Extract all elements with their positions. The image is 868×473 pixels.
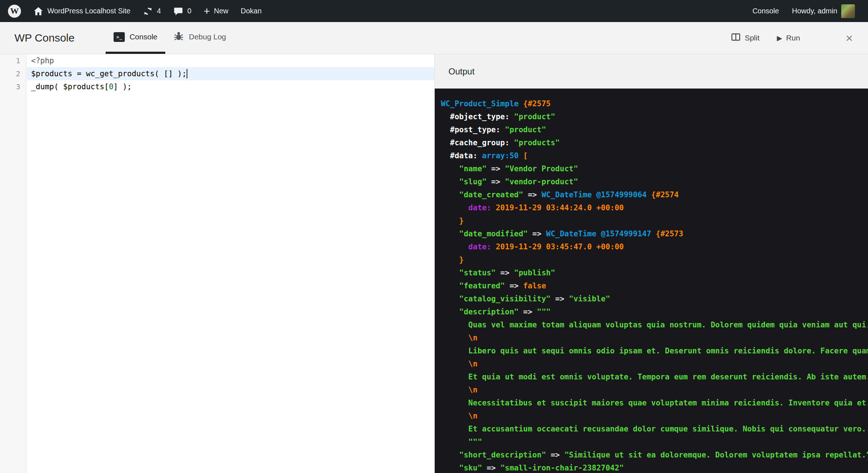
dump-token: Libero quis aut sequi omnis odio ipsam e… [441, 347, 868, 355]
updates-menu[interactable]: 4 [143, 6, 161, 16]
wordpress-logo-icon: W [8, 5, 21, 18]
dump-token: [ [519, 151, 528, 160]
code-line[interactable]: $products = wc_get_products( [] ); [27, 67, 434, 80]
updates-count: 4 [157, 7, 161, 15]
tab-console[interactable]: >_ Console [106, 22, 165, 54]
admin-bar: W WordPress Localhost Site 4 [0, 0, 868, 22]
dump-token: "catalog_visibility" [441, 294, 550, 303]
site-name-menu[interactable]: WordPress Localhost Site [33, 6, 131, 16]
dump-token: "publish" [514, 268, 555, 277]
output-line: "featured" => false [441, 279, 868, 292]
dump-token: "description" [441, 308, 519, 316]
code-token: $products = wc_get_products( [] ); [31, 69, 187, 78]
new-label: New [214, 7, 229, 15]
comments-menu[interactable]: 0 [173, 6, 191, 16]
comments-count: 0 [187, 7, 191, 15]
workspace: 123 <?php$products = wc_get_products( []… [0, 54, 868, 473]
dump-token: false [523, 281, 546, 290]
home-icon [33, 6, 43, 16]
dokan-label: Dokan [241, 7, 262, 15]
output-line: "date_created" => WC_DateTime @157499906… [441, 188, 868, 201]
dump-token: => [546, 451, 565, 459]
play-icon: ▶ [777, 34, 782, 42]
howdy-menu[interactable]: Howdy, admin [792, 4, 855, 18]
line-number: 1 [0, 54, 26, 67]
output-panel: Output WC_Product_Simple {#2575 #object_… [435, 54, 868, 473]
header-controls: Split ▶ Run × [731, 22, 868, 54]
new-content-menu[interactable]: + New [204, 7, 229, 15]
dump-token: "visible" [569, 294, 610, 303]
dump-token: date: [441, 242, 496, 251]
output-line: "date_modified" => WC_DateTime @15749991… [441, 227, 868, 240]
console-link-label: Console [752, 7, 779, 15]
dump-token: 2019-11-29 03:45:47.0 +00:00 [496, 242, 624, 251]
dump-token: => [528, 229, 546, 238]
output-line: #cache_group: "products" [441, 136, 868, 149]
close-button[interactable]: × [846, 32, 853, 44]
code-line[interactable]: <?php [27, 54, 434, 67]
update-icon [143, 6, 153, 16]
dump-token: 2019-11-29 03:44:24.0 +00:00 [496, 203, 624, 212]
output-line: #object_type: "product" [441, 110, 868, 123]
dump-token: \n [441, 360, 477, 368]
dump-token: "Similique ut sit ea doloremque. Dolorem… [564, 451, 868, 459]
output-line: Libero quis aut sequi omnis odio ipsam e… [441, 344, 868, 357]
output-header: Output [435, 54, 868, 89]
code-editor[interactable]: 123 <?php$products = wc_get_products( []… [0, 54, 435, 473]
dump-token: #cache_group: [441, 138, 514, 147]
dokan-menu[interactable]: Dokan [241, 7, 262, 15]
tab-debug-log[interactable]: Debug Log [165, 22, 234, 54]
output-line: Quas vel maxime totam aliquam voluptas q… [441, 318, 868, 331]
dump-token: #post_type: [441, 125, 505, 134]
dump-token: "product" [514, 112, 555, 121]
dump-token: "small-iron-chair-23827042" [500, 464, 624, 472]
code-token: <?php [31, 56, 54, 65]
dump-token: Necessitatibus et suscipit maiores quae … [441, 399, 868, 407]
dump-token: => [482, 464, 501, 472]
output-line: """ [441, 435, 868, 448]
output-line: "sku" => "small-iron-chair-23827042" [441, 461, 868, 473]
dump-token: \n [441, 412, 477, 420]
page-title: WP Console [0, 32, 75, 44]
wp-console-header: WP Console >_ Console Debug Log [0, 22, 868, 54]
dump-token: "product" [505, 125, 546, 134]
output-terminal[interactable]: WC_Product_Simple {#2575 #object_type: "… [435, 89, 868, 473]
output-line: "slug" => "vendor-product" [441, 175, 868, 188]
avatar [841, 4, 855, 18]
split-button[interactable]: Split [731, 32, 760, 44]
dump-token: "slug" [441, 177, 486, 186]
code-token: _dump( $products[ [31, 82, 109, 91]
output-line: Et quia ut modi est omnis voluptate. Tem… [441, 370, 868, 383]
tab-debug-log-label: Debug Log [189, 33, 226, 41]
tab-console-label: Console [129, 33, 157, 41]
dump-token: {#2574 [647, 190, 679, 199]
code-line[interactable]: _dump( $products[0] ); [27, 80, 434, 93]
dump-token: "featured" [441, 281, 505, 290]
wordpress-menu[interactable]: W [8, 5, 21, 18]
dump-token: """ [537, 308, 551, 316]
line-number: 3 [0, 80, 26, 93]
dump-token: "date_created" [441, 190, 523, 199]
dump-token: } [441, 255, 464, 264]
dump-token: => [550, 294, 569, 303]
output-line: \n [441, 357, 868, 370]
bug-icon [173, 31, 184, 43]
split-icon [731, 32, 741, 44]
admin-bar-console-link[interactable]: Console [752, 7, 779, 15]
dump-token: "status" [441, 268, 496, 277]
dump-token: => [519, 308, 537, 316]
dump-token: "name" [441, 164, 486, 173]
dump-token: "date_modified" [441, 229, 528, 238]
code-lines: <?php$products = wc_get_products( [] );_… [27, 54, 434, 93]
dump-token: Et accusantium occaecati recusandae dolo… [441, 425, 866, 433]
output-line: } [441, 214, 868, 227]
output-title: Output [448, 66, 475, 77]
run-button[interactable]: ▶ Run [777, 34, 800, 42]
dump-token: {#2575 [519, 99, 551, 108]
output-line: #post_type: "product" [441, 123, 868, 136]
dump-token: "Vendor Product" [505, 164, 578, 173]
output-line: WC_Product_Simple {#2575 [441, 97, 868, 110]
dump-token: #data: [441, 151, 482, 160]
dump-token: \n [441, 334, 477, 342]
output-line: \n [441, 331, 868, 344]
